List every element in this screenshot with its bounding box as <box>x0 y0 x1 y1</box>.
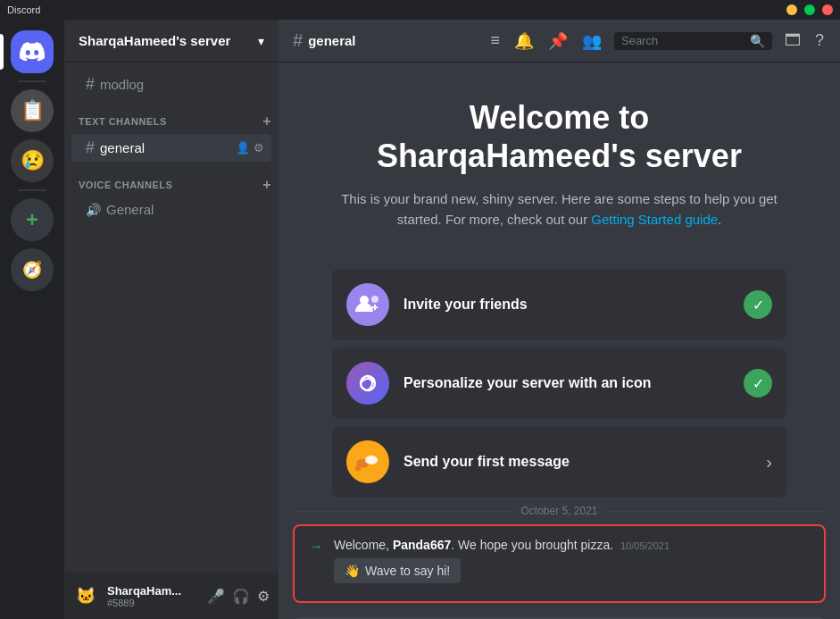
channel-sidebar: SharqaHameed's server ▾ # modlog TEXT CH… <box>64 20 279 619</box>
add-voice-channel-button[interactable]: + <box>262 177 271 193</box>
main-content: # general ≡ 🔔 📌 👥 🔍 🗖 ? Welcome toSharqa… <box>279 20 840 619</box>
message-content: Welcome, Panda667. We hope you brought p… <box>334 537 810 583</box>
server-icon-2[interactable]: 😢 <box>11 139 54 182</box>
notifications-icon[interactable]: 🔔 <box>512 29 536 53</box>
message-task-icon <box>346 440 389 483</box>
date-divider: October 5, 2021 <box>279 498 840 524</box>
server-header[interactable]: SharqaHameed's server ▾ <box>64 20 279 63</box>
add-member-icon[interactable]: 👤 <box>236 141 250 155</box>
date-label: October 5, 2021 <box>520 505 597 517</box>
message-task-arrow: › <box>766 452 772 473</box>
server-name-title: SharqaHameed's server <box>377 138 742 174</box>
voice-channels-section: VOICE CHANNELS + <box>64 163 279 197</box>
search-icon: 🔍 <box>750 34 765 48</box>
message-task-label: Send your first message <box>403 454 752 470</box>
search-input[interactable] <box>621 34 746 47</box>
wave-button-label: Wave to say hi! <box>365 564 450 578</box>
server-icon-main[interactable] <box>11 30 54 73</box>
message-text: Welcome, Panda667. We hope you brought p… <box>334 538 670 552</box>
username-display: SharqaHam... <box>107 584 198 598</box>
invite-task-icon <box>346 283 389 326</box>
pinned-icon[interactable]: 📌 <box>546 29 570 53</box>
members-icon[interactable]: 👥 <box>580 29 603 53</box>
channel-title-hash: # <box>293 30 303 51</box>
threads-icon[interactable]: ≡ <box>488 29 502 52</box>
invite-task-label: Invite your friends <box>403 297 729 313</box>
close-button[interactable] <box>822 4 833 15</box>
server-divider-2 <box>18 189 46 191</box>
task-cards: Invite your friends ✓ Personalize your s… <box>279 269 840 498</box>
general-channel-hash: # <box>86 138 95 157</box>
explore-servers-button[interactable]: 🧭 <box>11 248 54 291</box>
voice-channel-name: General <box>106 202 154 217</box>
top-bar: # general ≡ 🔔 📌 👥 🔍 🗖 ? <box>279 20 840 63</box>
message-input-bar: ➕ 🎁 GIF 🗒 😊 <box>279 610 840 619</box>
mentioned-username: Panda667 <box>393 538 451 552</box>
channel-title-name: general <box>308 33 355 48</box>
message-arrow-icon: → <box>309 539 323 555</box>
task-card-invite[interactable]: Invite your friends ✓ <box>332 269 786 340</box>
server-dropdown-icon: ▾ <box>258 34 264 48</box>
personalize-task-label: Personalize your server with an icon <box>403 375 729 391</box>
chat-section: October 5, 2021 → Welcome, Panda667. We … <box>279 498 840 619</box>
personalize-task-icon <box>346 362 389 405</box>
user-controls: 🎤 🎧 ⚙ <box>205 586 271 606</box>
add-server-button[interactable]: + <box>11 198 54 241</box>
divider-line-left <box>293 511 513 512</box>
getting-started-link[interactable]: Getting Started guide <box>591 212 718 227</box>
server-sidebar: 📋 😢 + 🧭 <box>0 20 64 619</box>
mic-button[interactable]: 🎤 <box>205 586 227 606</box>
message-row: → Welcome, Panda667. We hope you brought… <box>309 537 810 583</box>
task-card-personalize[interactable]: Personalize your server with an icon ✓ <box>332 347 786 419</box>
wave-button[interactable]: 👋 Wave to say hi! <box>334 558 461 583</box>
text-channels-section: TEXT CHANNELS + <box>64 99 279 133</box>
channel-item-general[interactable]: # general 👤 ⚙ <box>71 134 271 162</box>
content-area: Welcome toSharqaHameed's server This is … <box>279 63 840 619</box>
server-name: SharqaHameed's server <box>79 33 230 48</box>
server-divider <box>18 80 46 82</box>
text-channels-label: TEXT CHANNELS <box>79 116 167 127</box>
message-icon-svg <box>353 449 382 474</box>
maximize-button[interactable] <box>804 4 815 15</box>
message-highlight-box: → Welcome, Panda667. We hope you brought… <box>293 524 826 603</box>
title-bar-controls <box>786 4 833 15</box>
help-icon[interactable]: ? <box>813 29 826 52</box>
channel-actions: 👤 ⚙ <box>236 141 264 155</box>
search-bar: 🔍 <box>614 32 772 50</box>
channel-settings-icon[interactable]: ⚙ <box>254 141 264 155</box>
message-timestamp: 10/05/2021 <box>620 540 670 551</box>
channel-name-general: general <box>100 140 145 155</box>
add-text-channel-button[interactable]: + <box>262 113 271 130</box>
title-bar-title: Discord <box>7 4 40 15</box>
headphones-button[interactable]: 🎧 <box>230 586 252 606</box>
active-indicator <box>0 34 4 70</box>
user-avatar: 🐱 <box>71 581 100 610</box>
welcome-title: Welcome toSharqaHameed's server <box>332 98 786 175</box>
channel-hash-icon: # <box>86 75 95 94</box>
app: 📋 😢 + 🧭 SharqaHameed's server ▾ # modlog… <box>0 20 840 619</box>
channel-item-modlog[interactable]: # modlog <box>71 71 271 98</box>
user-panel: 🐱 SharqaHam... #5889 🎤 🎧 ⚙ <box>64 573 279 619</box>
channel-title: # general <box>293 30 355 51</box>
personalize-task-check: ✓ <box>744 369 772 397</box>
voice-channels-label: VOICE CHANNELS <box>79 180 172 190</box>
channel-list: # modlog TEXT CHANNELS + # general 👤 ⚙ V… <box>64 63 279 573</box>
svg-rect-7 <box>355 466 361 471</box>
welcome-section: Welcome toSharqaHameed's server This is … <box>279 63 840 269</box>
user-info: SharqaHam... #5889 <box>107 584 198 608</box>
minimize-button[interactable] <box>786 4 797 15</box>
channel-item-voice-general[interactable]: 🔊 General <box>71 197 271 222</box>
server-icon-1[interactable]: 📋 <box>11 89 54 132</box>
discord-logo-icon <box>20 42 45 62</box>
welcome-description: This is your brand new, shiny server. He… <box>332 189 786 230</box>
invite-task-check: ✓ <box>744 290 772 319</box>
channel-name-modlog: modlog <box>100 77 144 92</box>
inbox-icon[interactable]: 🗖 <box>783 29 803 52</box>
divider-line-right <box>605 511 826 512</box>
svg-point-6 <box>365 456 378 464</box>
user-tag: #5889 <box>107 598 198 608</box>
task-card-message[interactable]: Send your first message › <box>332 426 786 498</box>
personalize-icon-svg <box>355 371 380 396</box>
svg-point-1 <box>371 296 378 303</box>
user-settings-button[interactable]: ⚙ <box>255 586 271 606</box>
